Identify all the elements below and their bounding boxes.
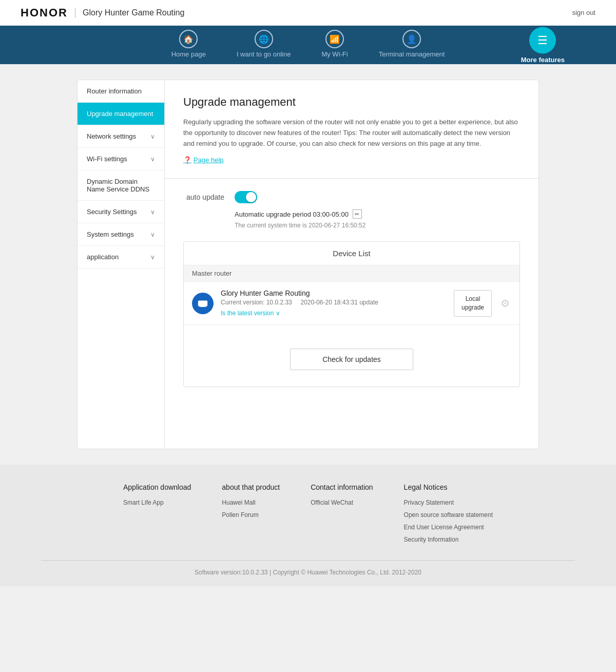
- local-upgrade-button[interactable]: Local upgrade: [454, 290, 492, 317]
- footer-link-huawei-mall[interactable]: Huawei Mall: [222, 496, 280, 509]
- device-meta: Current version: 10.0.2.33 2020-06-20 18…: [221, 299, 447, 306]
- sidebar-item-router-info[interactable]: Router information: [78, 80, 164, 103]
- page-title: Upgrade management: [183, 95, 520, 109]
- sidebar-application-label: application: [87, 253, 119, 261]
- chevron-down-icon: ∨: [150, 208, 155, 216]
- online-icon: 🌐: [255, 30, 273, 48]
- footer: Application download Smart Life App abou…: [0, 465, 616, 586]
- auto-update-label: auto update: [183, 193, 224, 201]
- nav-home-label: Home page: [171, 50, 206, 58]
- nav-terminal[interactable]: 👤 Terminal management: [379, 30, 445, 58]
- brand-product: Glory Hunter Game Routing: [83, 8, 184, 17]
- sidebar: Router information Upgrade management Ne…: [78, 80, 165, 449]
- footer-link-privacy[interactable]: Privacy Statement: [404, 496, 493, 509]
- more-features-label: More features: [521, 55, 565, 63]
- device-info: Glory Hunter Game Routing Current versio…: [221, 289, 447, 317]
- chevron-down-icon: ∨: [150, 254, 155, 261]
- svg-rect-2: [200, 306, 206, 306]
- sidebar-item-upgrade[interactable]: Upgrade management: [78, 103, 164, 125]
- device-row: Glory Hunter Game Routing Current versio…: [184, 282, 519, 325]
- sidebar-router-info-label: Router information: [87, 87, 142, 95]
- sidebar-item-wifi[interactable]: Wi-Fi settings ∨: [78, 148, 164, 170]
- footer-link-pollen-forum[interactable]: Pollen Forum: [222, 509, 280, 521]
- nav-online[interactable]: 🌐 I want to go online: [237, 30, 291, 58]
- system-time: The current system time is 2020-06-27 16…: [235, 222, 520, 229]
- footer-col-contact: Contact information Official WeChat: [311, 483, 373, 546]
- chevron-down-icon: ∨: [150, 133, 155, 140]
- page-description: Regularly upgrading the software version…: [183, 117, 520, 149]
- footer-link-security[interactable]: Security Information: [404, 533, 493, 546]
- footer-col-download-title: Application download: [123, 483, 191, 491]
- section-divider: [165, 178, 538, 179]
- sidebar-item-network[interactable]: Network settings ∨: [78, 125, 164, 148]
- sidebar-upgrade-label: Upgrade management: [87, 110, 153, 118]
- page-help-link[interactable]: ❓ Page help: [183, 156, 224, 164]
- terminal-icon: 👤: [402, 30, 421, 48]
- footer-col-product-title: about that product: [222, 483, 280, 491]
- nav-online-label: I want to go online: [237, 50, 291, 58]
- device-row-spacer: [184, 325, 519, 340]
- footer-col-legal: Legal Notices Privacy Statement Open sou…: [404, 483, 493, 546]
- brand-divider: |: [74, 7, 76, 18]
- brand: HONOR | Glory Hunter Game Routing: [21, 6, 184, 20]
- main-container: Router information Upgrade management Ne…: [77, 80, 539, 449]
- more-features-button[interactable]: ☰ More features: [521, 27, 565, 63]
- sidebar-security-label: Security Settings: [87, 208, 137, 216]
- nav-wifi[interactable]: 📶 My Wi-Fi: [321, 30, 348, 58]
- device-update-date: 2020-06-20 18:43:31 update: [300, 299, 378, 306]
- sidebar-item-ddns[interactable]: Dynamic Domain Name Service DDNS: [78, 170, 164, 201]
- sidebar-network-label: Network settings: [87, 132, 136, 140]
- question-icon: ❓: [183, 156, 191, 164]
- sidebar-item-system[interactable]: System settings ∨: [78, 223, 164, 246]
- upgrade-period-row: Automatic upgrade period 03:00-05:00 ✏: [235, 209, 520, 219]
- chevron-down-icon: ∨: [150, 156, 155, 163]
- header: HONOR | Glory Hunter Game Routing sign o…: [0, 0, 616, 26]
- device-name: Glory Hunter Game Routing: [221, 289, 447, 297]
- footer-link-opensource[interactable]: Open source software statement: [404, 509, 493, 521]
- sidebar-system-label: System settings: [87, 231, 134, 238]
- footer-col-download: Application download Smart Life App: [123, 483, 191, 546]
- nav-wifi-label: My Wi-Fi: [321, 50, 348, 58]
- device-list-card: Device List Master router Glory Hunter G…: [183, 241, 520, 387]
- sidebar-ddns-label: Dynamic Domain Name Service DDNS: [87, 178, 155, 193]
- sidebar-item-security[interactable]: Security Settings ∨: [78, 201, 164, 223]
- more-features-icon: ☰: [529, 27, 556, 53]
- footer-col-legal-title: Legal Notices: [404, 483, 493, 491]
- footer-link-smart-life[interactable]: Smart Life App: [123, 496, 191, 509]
- footer-link-eula[interactable]: End User License Agreement: [404, 521, 493, 533]
- nav-terminal-label: Terminal management: [379, 50, 445, 58]
- device-list-header: Device List: [184, 242, 519, 265]
- check-updates-button[interactable]: Check for updates: [290, 349, 413, 370]
- sidebar-item-application[interactable]: application ∨: [78, 246, 164, 268]
- upgrade-period-text: Automatic upgrade period 03:00-05:00: [235, 210, 349, 218]
- page-content: Upgrade management Regularly upgrading t…: [165, 80, 538, 449]
- sidebar-wifi-label: Wi-Fi settings: [87, 155, 127, 163]
- wifi-icon: 📶: [325, 30, 344, 48]
- footer-col-product: about that product Huawei Mall Pollen Fo…: [222, 483, 280, 546]
- device-latest-link[interactable]: Is the latest version ∨: [221, 310, 280, 317]
- page-help-label: Page help: [194, 156, 224, 164]
- card-bottom-spacer: [184, 378, 519, 387]
- footer-bottom: Software version:10.0.2.33 | Copyright ©…: [41, 560, 575, 576]
- brand-honor: HONOR: [21, 6, 68, 20]
- signout-link[interactable]: sign out: [572, 9, 595, 16]
- footer-link-wechat[interactable]: Official WeChat: [311, 496, 373, 509]
- device-status-icon: ⚙: [499, 297, 511, 310]
- edit-icon[interactable]: ✏: [353, 209, 362, 219]
- nav-home[interactable]: 🏠 Home page: [171, 30, 206, 58]
- device-icon: [192, 293, 214, 314]
- footer-col-contact-title: Contact information: [311, 483, 373, 491]
- auto-update-row: auto update: [183, 191, 520, 203]
- toggle-knob: [246, 192, 256, 202]
- chevron-down-icon: ∨: [150, 231, 155, 238]
- home-icon: 🏠: [179, 30, 198, 48]
- master-router-label: Master router: [184, 265, 519, 282]
- device-version: Current version: 10.0.2.33: [221, 299, 292, 306]
- auto-update-toggle[interactable]: [235, 191, 257, 203]
- main-nav: 🏠 Home page 🌐 I want to go online 📶 My W…: [0, 26, 616, 64]
- footer-columns: Application download Smart Life App abou…: [41, 483, 575, 546]
